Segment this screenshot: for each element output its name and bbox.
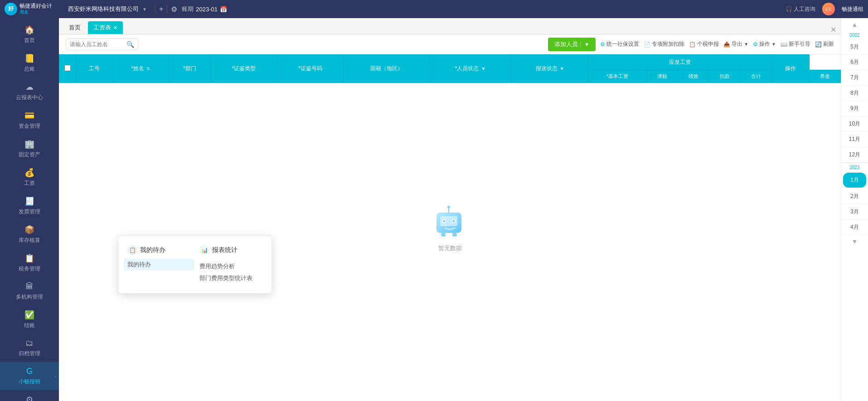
logo-text: 畅捷通好会计 用友 — [19, 3, 52, 15]
th-name[interactable]: *姓名 ⇅ — [113, 55, 169, 83]
operation-label: 操作 — [759, 40, 770, 48]
app-name: 畅捷通好会计 — [19, 3, 52, 9]
sidebar-item-xiao-chang[interactable]: G 小畅报销 ‹ — [0, 362, 59, 390]
social-security-label: 统一社保设置 — [606, 40, 639, 48]
month-prev-btn[interactable]: ▲ — [841, 18, 868, 31]
sidebar-item-salary[interactable]: 💰 工资 — [0, 163, 59, 192]
sidebar-label-inventory: 库存核算 — [19, 237, 40, 244]
tab-close-icon[interactable]: ✕ — [113, 25, 117, 31]
month-9[interactable]: 9月 — [841, 101, 868, 116]
user-avatar: CE — [822, 3, 835, 15]
month-4[interactable]: 4月 — [841, 220, 868, 235]
refresh-btn[interactable]: 🔄 刷新 — [815, 40, 834, 48]
divider2 — [167, 5, 167, 14]
home-icon: 🏠 — [24, 25, 34, 35]
month-2[interactable]: 2月 — [841, 189, 868, 204]
service-btn[interactable]: 🎧 人工咨询 — [786, 5, 815, 13]
calendar-icon[interactable]: 📅 — [220, 6, 227, 13]
avatar-initials: CE — [826, 7, 832, 11]
company-dropdown-icon[interactable]: ▼ — [142, 7, 147, 12]
popup-item-dept-cost[interactable]: 部门费用类型统计表 — [199, 272, 262, 284]
add-person-label: 添加人员 — [554, 40, 578, 48]
sidebar-item-inventory[interactable]: 📦 库存核算 — [0, 220, 59, 249]
archive-icon: 🗂 — [25, 338, 34, 348]
month-next-btn[interactable]: ▼ — [841, 235, 868, 248]
sidebar-item-multi-org[interactable]: 🏛 多机构管理 — [0, 277, 59, 305]
main-layout: 🏠 首页 📒 总账 ☁ 云报表中心 💳 资金管理 🏢 固定资产 💰 工资 🧾 发… — [0, 18, 868, 401]
th-pension: 养老 — [809, 70, 840, 83]
th-deduction: 扣款 — [709, 70, 740, 83]
sidebar-item-tax[interactable]: 📋 税务管理 — [0, 249, 59, 277]
add-person-dropdown-icon[interactable]: ▼ — [580, 42, 589, 47]
th-operation: 操作 — [772, 55, 810, 83]
service-label: 人工咨询 — [794, 5, 815, 13]
sidebar-item-home[interactable]: 🏠 首页 — [0, 20, 59, 49]
report-status-filter-icon: ▼ — [560, 66, 564, 71]
headset-icon: 🎧 — [786, 6, 792, 12]
month-6[interactable]: 6月 — [841, 55, 868, 70]
svg-rect-8 — [441, 233, 446, 237]
special-deduction-btn[interactable]: 📄 专项附加扣除 — [644, 40, 684, 48]
checkout-icon: ✅ — [24, 310, 34, 320]
name-sort-icon: ⇅ — [146, 66, 150, 71]
popup-item-cost-trend[interactable]: 费用趋势分析 — [199, 261, 262, 272]
tab-salary-label: 工资表 — [93, 24, 111, 32]
month-10[interactable]: 10月 — [841, 116, 868, 132]
month-11[interactable]: 11月 — [841, 132, 868, 147]
new-guide-btn[interactable]: 📖 新手引导 — [781, 40, 810, 48]
month-1-active[interactable]: 1月 — [843, 173, 866, 188]
month-8[interactable]: 8月 — [841, 86, 868, 101]
th-report-status[interactable]: 报送状态 ▼ — [511, 55, 588, 83]
th-allowance: 津贴 — [646, 70, 678, 83]
tab-salary[interactable]: 工资表 ✕ — [88, 21, 123, 34]
ledger-icon: 📒 — [24, 53, 34, 63]
refresh-label: 刷新 — [823, 40, 834, 48]
sidebar-item-basic-settings[interactable]: ⚙ 基础设置 — [0, 390, 59, 401]
sidebar-item-cloud-report[interactable]: ☁ 云报表中心 — [0, 77, 59, 106]
select-all-checkbox[interactable] — [64, 65, 71, 71]
th-checkbox[interactable] — [59, 55, 76, 83]
my-todo-label: 我的待办 — [127, 261, 151, 268]
export-label: 导出 — [732, 40, 742, 48]
sidebar-item-checkout[interactable]: ✅ 结账 — [0, 305, 59, 334]
settings-icon[interactable]: ⚙ — [171, 5, 177, 14]
sidebar-item-invoice[interactable]: 🧾 发票管理 — [0, 192, 59, 220]
tax-report-btn[interactable]: 📋 个税申报 — [689, 40, 719, 48]
company-area[interactable]: 西安虾米网络科技有限公司 ▼ — [63, 5, 151, 13]
th-cert-no: *证鉴号码 — [277, 55, 344, 83]
sidebar-label-cloud-report: 云报表中心 — [16, 94, 43, 101]
th-person-status[interactable]: *人员状态 ▼ — [430, 55, 512, 83]
plus-icon[interactable]: + — [159, 5, 163, 13]
month-12[interactable]: 12月 — [841, 147, 868, 163]
tab-home[interactable]: 首页 — [63, 21, 86, 34]
right-panel: ▲ 2022 5月 6月 7月 8月 9月 10月 11月 12月 2023 1… — [841, 18, 868, 401]
add-person-button[interactable]: 添加人员 ▼ — [548, 38, 596, 51]
popup-section-todo-title: 📋 我的待办 — [127, 245, 190, 255]
sidebar-item-ledger[interactable]: 📒 总账 — [0, 49, 59, 77]
export-btn[interactable]: 📤 导出 ▼ — [723, 40, 748, 48]
period-value: 2023-01 — [196, 6, 218, 13]
sidebar-item-archive[interactable]: 🗂 归档管理 — [0, 334, 59, 362]
user-name: 畅捷通组 — [842, 5, 863, 13]
month-3[interactable]: 3月 — [841, 204, 868, 220]
search-icon[interactable]: 🔍 — [126, 41, 134, 48]
period-label: 账期 — [182, 5, 194, 13]
month-5[interactable]: 5月 — [841, 39, 868, 55]
sidebar-item-fund[interactable]: 💳 资金管理 — [0, 106, 59, 135]
th-salary-group: 应发工资 — [588, 55, 772, 70]
sidebar-label-xiao-chang: 小畅报销 — [19, 378, 40, 386]
special-deduction-icon: 📄 — [644, 41, 650, 48]
basic-settings-icon: ⚙ — [26, 395, 33, 401]
year-2023-label: 2023 — [841, 163, 868, 172]
popup-item-my-todo[interactable]: 我的待办 — [124, 259, 194, 271]
refresh-icon: 🔄 — [815, 41, 822, 48]
social-security-btn[interactable]: ⚙ 统一社保设置 — [600, 40, 639, 48]
window-close-icon[interactable]: ✕ — [830, 25, 836, 34]
sidebar-label-archive: 归档管理 — [19, 350, 40, 358]
search-box[interactable]: 🔍 — [66, 39, 138, 50]
operation-btn[interactable]: ⚙ 操作 ▼ — [753, 40, 776, 48]
sidebar-item-fixed-assets[interactable]: 🏢 固定资产 — [0, 135, 59, 163]
search-input[interactable] — [70, 41, 124, 48]
month-7[interactable]: 7月 — [841, 70, 868, 86]
report-section-icon: 📊 — [199, 245, 209, 255]
